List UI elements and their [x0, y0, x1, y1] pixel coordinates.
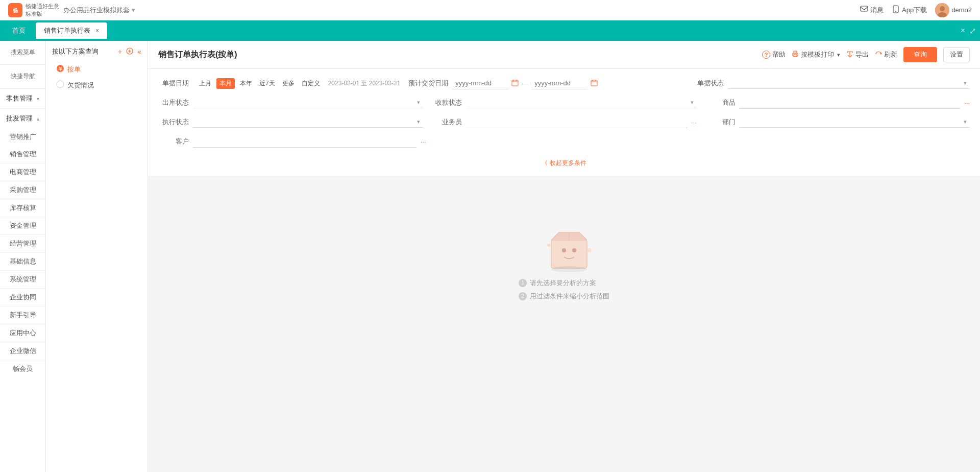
shortcut-7days[interactable]: 近7天 — [257, 78, 277, 89]
add-scheme-button[interactable]: + — [118, 48, 122, 56]
app-download-button[interactable]: App下载 — [892, 5, 927, 15]
user-menu[interactable]: demo2 — [935, 3, 972, 17]
top-bar-left: 畅 畅捷通好生意 标准版 办公用品行业模拟账套 ▾ — [8, 3, 135, 17]
scheme-item-per-order[interactable]: 单 按单 — [52, 61, 141, 77]
sidebar-item-business[interactable]: 经营管理 — [0, 235, 45, 252]
expected-date-start[interactable] — [452, 77, 508, 89]
filter-group-exec-status: 执行状态 ▾ — [158, 116, 423, 128]
print-dropdown-icon[interactable]: ▾ — [837, 52, 840, 58]
filter-row-1: 单据日期 上月 本月 本年 近7天 更多 自定义 2023-03-01 至 20… — [158, 77, 970, 89]
logo-text: 畅捷通好生意 标准版 — [26, 3, 59, 17]
collapse-panel-icon[interactable]: « — [137, 48, 141, 56]
sidebar-item-wechat[interactable]: 企业微信 — [0, 342, 45, 360]
goods-input[interactable] — [740, 97, 960, 109]
tab-close-icon[interactable]: × — [95, 27, 99, 34]
sidebar: 搜索菜单 快捷导航 零售管理 ▾ 批发管理 ▴ 营销推广 销售管理 电商管理 采… — [0, 41, 46, 472]
salesperson-input[interactable] — [466, 116, 687, 128]
exec-status-select[interactable]: ▾ — [193, 116, 423, 128]
salesperson-more-icon[interactable]: ··· — [691, 119, 697, 126]
shortcut-this-year[interactable]: 本年 — [238, 78, 254, 89]
page-header: 销售订单执行表(按单) ? 帮助 按模板打印 ▾ — [148, 41, 980, 69]
shortcut-last-month[interactable]: 上月 — [197, 78, 213, 89]
shortcut-custom[interactable]: 自定义 — [300, 78, 322, 89]
query-button[interactable]: 查询 — [903, 47, 937, 62]
sidebar-item-guide[interactable]: 新手引导 — [0, 306, 45, 324]
stock-status-select[interactable]: ▾ — [193, 97, 423, 108]
print-button[interactable]: 按模板打印 ▾ — [792, 50, 840, 59]
tab-sales-order[interactable]: 销售订单执行表 × — [36, 22, 107, 39]
sidebar-item-ecommerce[interactable]: 电商管理 — [0, 163, 45, 181]
expected-date-end[interactable] — [531, 77, 587, 89]
dept-chevron-icon: ▾ — [964, 119, 967, 125]
sidebar-item-enterprise[interactable]: 企业协同 — [0, 289, 45, 306]
help-button[interactable]: ? 帮助 — [762, 50, 786, 59]
filter-group-customer: 客户 ··· — [158, 135, 426, 148]
sidebar-item-wholesale[interactable]: 批发管理 ▴ — [0, 109, 45, 128]
calendar-start-icon[interactable] — [511, 79, 519, 88]
payment-status-label: 收款状态 — [431, 98, 462, 107]
date-shortcuts: 上月 本月 本年 近7天 更多 自定义 — [197, 78, 322, 89]
sidebar-item-basic[interactable]: 基础信息 — [0, 253, 45, 270]
breadcrumb: 办公用品行业模拟账套 ▾ — [63, 6, 135, 15]
payment-chevron-icon: ▾ — [691, 99, 694, 106]
main-panel: 按以下方案查询 + « 单 按单 欠货情况 — [46, 41, 980, 472]
status-select[interactable]: ▾ — [728, 78, 970, 89]
window-maximize-icon[interactable]: ⤢ — [969, 26, 976, 36]
customer-more-icon[interactable]: ··· — [421, 138, 426, 146]
message-button[interactable]: 消息 — [860, 5, 884, 15]
breadcrumb-chevron-icon[interactable]: ▾ — [132, 6, 135, 14]
svg-point-13 — [57, 81, 64, 88]
tab-bar: 首页 销售订单执行表 × × ⤢ — [0, 20, 980, 41]
edit-scheme-button[interactable] — [126, 48, 133, 56]
sidebar-item-inventory[interactable]: 库存核算 — [0, 199, 45, 217]
collapse-section: 《 收起更多条件 — [158, 155, 970, 168]
svg-text:单: 单 — [58, 66, 63, 72]
collapse-icon: 《 — [542, 159, 549, 167]
sidebar-item-marketing[interactable]: 营销推广 — [0, 128, 45, 146]
stock-status-label: 出库状态 — [158, 98, 189, 107]
avatar — [935, 3, 949, 17]
settings-button[interactable]: 设置 — [943, 47, 970, 62]
page-title: 销售订单执行表(按单) — [158, 50, 237, 60]
left-filter-panel: 按以下方案查询 + « 单 按单 欠货情况 — [46, 41, 148, 472]
export-button[interactable]: 导出 — [846, 50, 869, 59]
shortcut-nav-button[interactable]: 快捷导航 — [0, 69, 45, 84]
tab-bar-actions: × ⤢ — [961, 26, 976, 36]
svg-point-33 — [553, 265, 555, 267]
goods-label: 商品 — [705, 98, 736, 107]
tab-home[interactable]: 首页 — [4, 22, 34, 39]
shortcut-this-month[interactable]: 本月 — [216, 78, 235, 89]
dept-select[interactable]: ▾ — [740, 116, 970, 128]
sidebar-item-apps[interactable]: 应用中心 — [0, 324, 45, 342]
collapse-button[interactable]: 《 收起更多条件 — [542, 159, 586, 167]
sidebar-item-system[interactable]: 系统管理 — [0, 271, 45, 288]
svg-rect-18 — [512, 80, 518, 86]
svg-point-31 — [547, 244, 550, 247]
page-actions: ? 帮助 按模板打印 ▾ 导出 — [762, 47, 970, 62]
scheme-inactive-icon — [56, 80, 64, 90]
calendar-end-icon[interactable] — [591, 79, 598, 88]
sidebar-item-purchase[interactable]: 采购管理 — [0, 181, 45, 199]
logo-area: 畅 畅捷通好生意 标准版 — [8, 3, 59, 17]
filter-group-stock-status: 出库状态 ▾ — [158, 97, 423, 108]
sidebar-item-sales[interactable]: 销售管理 — [0, 146, 45, 163]
search-menu-button[interactable]: 搜索菜单 — [0, 45, 45, 60]
filter-row-2: 出库状态 ▾ 收款状态 ▾ 商品 — [158, 97, 970, 109]
export-icon — [846, 51, 853, 59]
scheme-item-shortage[interactable]: 欠货情况 — [52, 77, 141, 93]
sidebar-item-member[interactable]: 畅会员 — [0, 360, 45, 377]
expected-date-range: — — [452, 77, 685, 89]
window-close-icon[interactable]: × — [961, 26, 965, 35]
filter-group-payment-status: 收款状态 ▾ — [431, 97, 696, 108]
sidebar-item-finance[interactable]: 资金管理 — [0, 217, 45, 234]
goods-more-icon[interactable]: ··· — [964, 99, 970, 107]
customer-input[interactable] — [193, 135, 416, 148]
shortcut-more[interactable]: 更多 — [280, 78, 297, 89]
filter-group-goods: 商品 ··· — [705, 97, 970, 109]
refresh-button[interactable]: 刷新 — [875, 50, 897, 59]
filter-group-dept: 部门 ▾ — [705, 116, 970, 128]
step-2-num: 2 — [519, 292, 527, 300]
sidebar-item-retail[interactable]: 零售管理 ▾ — [0, 89, 45, 108]
payment-status-select[interactable]: ▾ — [466, 97, 696, 108]
dept-label: 部门 — [705, 117, 736, 127]
